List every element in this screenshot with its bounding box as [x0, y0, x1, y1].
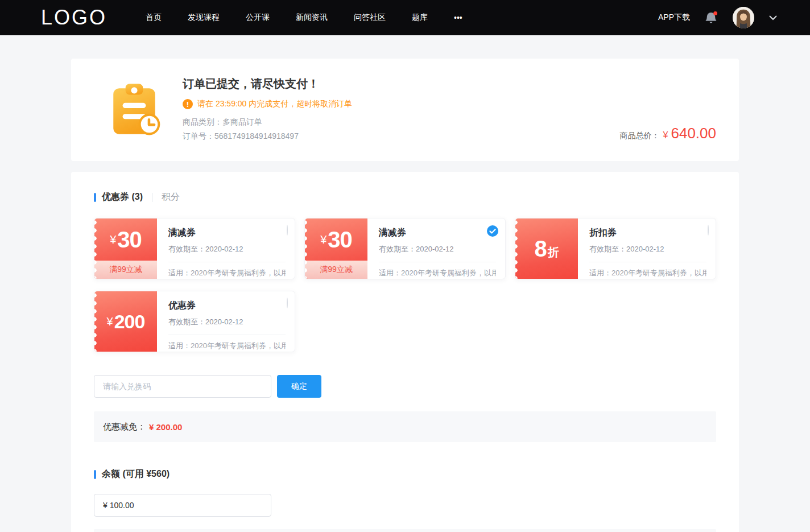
confirm-button[interactable]: 确定 — [277, 375, 321, 398]
coupon-card-30-full-reduction-selected[interactable]: ¥ 30 满99立减 满减券 有效期至：2020-02-12 适用：2020年考… — [304, 218, 506, 279]
coupon-applicable: 适用：2020年考研专属福利券，以用... — [379, 268, 496, 278]
payment-options-card: 优惠券 (3) 积分 ¥ 30 满99立减 满减券 有效期至：2020-02-1… — [71, 172, 739, 532]
coupon-applicable: 适用：2020年考研专属福利券，以用... — [589, 268, 706, 278]
coupon-validity: 有效期至：2020-02-12 — [589, 244, 706, 254]
coupon-radio-unselected[interactable] — [287, 225, 288, 236]
coupon-title: 折扣券 — [589, 227, 706, 239]
currency-symbol: ¥ — [663, 130, 668, 141]
discount-value: ¥ 200.00 — [149, 422, 182, 432]
warning-icon: ! — [183, 99, 193, 109]
order-category-value: 多商品订单 — [222, 117, 262, 126]
coupon-validity: 有效期至：2020-02-12 — [379, 244, 496, 254]
coupon-applicable: 适用：2020年考研专属福利券，以用... — [168, 341, 286, 351]
logo[interactable]: LOGO — [41, 6, 107, 30]
coupon-title: 优惠券 — [168, 300, 286, 312]
total-price-label: 商品总价： — [620, 131, 660, 141]
coupon-value-badge: 8 折 — [515, 218, 578, 279]
chevron-down-icon[interactable] — [769, 15, 777, 20]
balance-amount-input[interactable] — [94, 494, 271, 517]
balance-section-header: 余额 (可用 ¥560) — [94, 468, 716, 480]
coupon-section-header: 优惠券 (3) 积分 — [94, 191, 716, 203]
coupon-validity: 有效期至：2020-02-12 — [168, 317, 286, 327]
nav-item-open-classes[interactable]: 公开课 — [246, 13, 270, 23]
nav-item-qa-community[interactable]: 问答社区 — [354, 13, 386, 23]
tab-divider — [152, 193, 152, 202]
order-pending-clipboard-icon — [105, 79, 166, 141]
coupon-validity: 有效期至：2020-02-12 — [168, 244, 286, 254]
order-total-price: 商品总价： ¥ 640.00 — [620, 125, 716, 142]
section-accent-bar — [94, 193, 96, 202]
order-category-row: 商品类别：多商品订单 — [183, 115, 352, 129]
coupon-title: 满减券 — [168, 227, 286, 239]
coupon-condition: 满99立减 — [94, 261, 157, 279]
coupon-radio-unselected[interactable] — [287, 298, 288, 308]
discount-label: 优惠减免： — [103, 422, 146, 432]
coupon-card-80-percent-discount[interactable]: 8 折 折扣券 有效期至：2020-02-12 适用：2020年考研专属福利券，… — [515, 218, 716, 279]
order-number-row: 订单号：5681749184914918497 — [183, 129, 352, 143]
coupon-title: 满减券 — [379, 227, 496, 239]
coupon-value-badge: ¥ 200 — [94, 291, 157, 352]
coupon-list: ¥ 30 满99立减 满减券 有效期至：2020-02-12 适用：2020年考… — [94, 218, 716, 352]
nav-item-news[interactable]: 新闻资讯 — [296, 13, 328, 23]
redeem-code-input[interactable] — [94, 375, 271, 398]
tab-points[interactable]: 积分 — [162, 191, 180, 203]
tab-coupons[interactable]: 优惠券 (3) — [102, 191, 143, 203]
coupon-card-30-full-reduction[interactable]: ¥ 30 满99立减 满减券 有效期至：2020-02-12 适用：2020年考… — [94, 218, 295, 279]
discount-summary-strip: 优惠减免： ¥ 200.00 — [94, 411, 716, 442]
balance-title: 余额 (可用 ¥560) — [102, 468, 170, 480]
payable-summary-strip — [94, 529, 716, 532]
coupon-condition: 满99立减 — [305, 261, 367, 279]
nav-item-home[interactable]: 首页 — [146, 13, 162, 23]
nav-more-icon[interactable]: ••• — [454, 13, 462, 22]
app-download-link[interactable]: APP下载 — [658, 13, 690, 23]
payment-deadline-warning: 请在 23:59:00 内完成支付，超时将取消订单 — [197, 99, 352, 109]
coupon-radio-unselected[interactable] — [708, 225, 709, 236]
total-price-value: 640.00 — [671, 125, 716, 142]
nav-item-discover-courses[interactable]: 发现课程 — [188, 13, 220, 23]
user-avatar[interactable] — [733, 7, 754, 28]
nav-item-question-bank[interactable]: 题库 — [412, 13, 428, 23]
order-number-value: 5681749184914918497 — [214, 131, 299, 141]
coupon-card-200-voucher[interactable]: ¥ 200 优惠券 有效期至：2020-02-12 适用：2020年考研专属福利… — [94, 291, 295, 352]
section-accent-bar — [94, 470, 96, 479]
coupon-applicable: 适用：2020年考研专属福利券，以用... — [168, 268, 286, 278]
coupon-value-badge: ¥ 30 满99立减 — [94, 218, 157, 279]
order-summary-card: 订单已提交，请尽快支付！ ! 请在 23:59:00 内完成支付，超时将取消订单… — [71, 59, 739, 161]
notification-bell-icon[interactable] — [705, 11, 718, 25]
order-submitted-title: 订单已提交，请尽快支付！ — [183, 76, 352, 92]
coupon-selected-check-icon[interactable] — [487, 225, 498, 239]
top-nav-bar: LOGO 首页 发现课程 公开课 新闻资讯 问答社区 题库 ••• APP下载 — [0, 0, 810, 35]
nav-menu: 首页 发现课程 公开课 新闻资讯 问答社区 题库 ••• — [146, 13, 462, 23]
coupon-value-badge: ¥ 30 满99立减 — [305, 218, 367, 279]
